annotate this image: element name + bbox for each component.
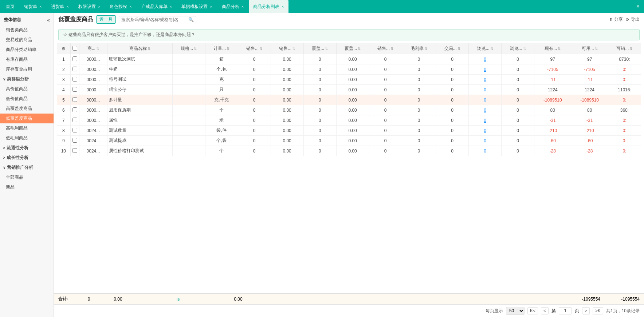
row-browse1[interactable]: 0 (469, 95, 502, 105)
sidebar-item-in-stock[interactable]: 有库存商品 (0, 55, 54, 64)
row-browse1[interactable]: 0 (469, 64, 502, 75)
row-checkbox[interactable] (70, 64, 79, 75)
share-button[interactable]: ⬆ 分享 (609, 16, 623, 23)
sidebar-item-traded-products[interactable]: 交易过的商品 (0, 35, 54, 45)
close-icon[interactable]: × (98, 4, 100, 9)
sidebar-item-high-margin[interactable]: 高毛利商品 (0, 123, 54, 133)
row-checkbox[interactable] (70, 75, 79, 85)
col-unit[interactable]: 计量...⇅ (205, 43, 238, 54)
page-input[interactable] (559, 307, 572, 314)
row-trade: 0 (436, 54, 469, 64)
close-icon[interactable]: × (39, 4, 42, 9)
row-num: 8 (57, 126, 70, 136)
sidebar-section-marketing[interactable]: ∨ 营销推广分析 (0, 163, 54, 173)
sidebar-item-low-coverage[interactable]: 低覆盖度商品 (0, 114, 54, 123)
sidebar-section-growth[interactable]: > 成长性分析 (0, 153, 54, 163)
close-icon[interactable]: × (242, 4, 244, 9)
row-checkbox[interactable] (70, 146, 79, 156)
col-browse1[interactable]: 浏览...⇅ (469, 43, 502, 54)
settings-icon[interactable]: ⚙ (62, 46, 66, 51)
row-browse1[interactable]: 0 (469, 54, 502, 64)
row-checkbox[interactable] (70, 136, 79, 146)
filter-button[interactable]: 近一月 (96, 15, 116, 24)
col-stock3[interactable]: 可销...⇅ (608, 43, 641, 54)
sidebar-item-high-coverage[interactable]: 高覆盖度商品 (0, 104, 54, 114)
col-cover2[interactable]: 覆盖...⇅ (336, 43, 369, 54)
prev-page-button[interactable]: < (541, 307, 549, 314)
last-page-button[interactable]: >K (593, 307, 603, 314)
row-gross-margin: 0 (402, 136, 436, 146)
row-browse1[interactable]: 0 (469, 115, 502, 126)
sidebar-item-new-products[interactable]: 新品 (0, 182, 54, 192)
row-stock3: 0: (608, 64, 641, 75)
row-checkbox[interactable] (70, 126, 79, 136)
row-checkbox[interactable] (70, 115, 79, 126)
row-browse1[interactable]: 0 (469, 75, 502, 85)
search-icon[interactable]: 🔍 (188, 17, 194, 22)
col-sales3[interactable]: 销售...⇅ (369, 43, 402, 54)
nav-template[interactable]: 单据模板设置 × (177, 0, 216, 13)
col-stock1[interactable]: 现有...⇅ (534, 43, 571, 54)
row-browse1[interactable]: 0 (469, 126, 502, 136)
nav-product-in[interactable]: 产成品入库单 × (137, 0, 176, 13)
next-page-button[interactable]: > (582, 307, 590, 314)
row-checkbox[interactable] (70, 85, 79, 95)
row-browse1[interactable]: 0 (469, 136, 502, 146)
sidebar-item-stock-capital[interactable]: 库存资金占用 (0, 64, 54, 74)
nav-role[interactable]: 角色授权 × (105, 0, 136, 13)
col-settings[interactable]: ⚙ (57, 43, 70, 54)
sidebar-collapse-button[interactable]: « (47, 17, 50, 23)
row-sales3: 0 (369, 64, 402, 75)
col-spec[interactable]: 规格...⇅ (172, 43, 205, 54)
row-checkbox[interactable] (70, 95, 79, 105)
export-icon: ⟳ (626, 17, 629, 22)
sidebar-item-all-products[interactable]: 全部商品 (0, 173, 54, 182)
page-size-select[interactable]: 50 100 (506, 307, 525, 315)
sidebar-item-high-value[interactable]: 高价值商品 (0, 84, 54, 94)
col-name[interactable]: 商品名称⇅ (107, 43, 172, 54)
row-checkbox[interactable] (70, 105, 79, 115)
select-all-checkbox[interactable] (72, 46, 77, 51)
row-trade: 0 (436, 126, 469, 136)
row-gross-margin: 0 (402, 54, 436, 64)
close-icon[interactable]: × (129, 4, 131, 9)
row-cover1: 0 (303, 105, 336, 115)
sidebar-item-low-margin[interactable]: 低毛利商品 (0, 133, 54, 143)
sidebar-item-category-turnover[interactable]: 商品分类动销率 (0, 45, 54, 55)
search-input[interactable] (121, 17, 187, 22)
col-sales1[interactable]: 销售...⇅ (238, 43, 271, 54)
close-all-button[interactable]: × (633, 3, 643, 10)
nav-product-analysis-list[interactable]: 商品分析列表 × (249, 0, 288, 13)
nav-product-analysis[interactable]: 商品分析 × (217, 0, 248, 13)
col-code[interactable]: 商...⇅ (79, 43, 107, 54)
close-icon[interactable]: × (170, 4, 172, 9)
first-page-button[interactable]: K< (527, 307, 538, 314)
close-icon[interactable]: × (210, 4, 212, 9)
row-sales3: 0 (369, 136, 402, 146)
export-button[interactable]: ⟳ 导出 (626, 16, 640, 23)
col-checkbox[interactable] (70, 43, 79, 54)
sidebar-item-low-value[interactable]: 低价值商品 (0, 94, 54, 104)
col-browse2[interactable]: 浏览...⇅ (502, 43, 534, 54)
row-checkbox[interactable] (70, 54, 79, 64)
col-trade[interactable]: 交易...⇅ (436, 43, 469, 54)
row-browse1[interactable]: 0 (469, 146, 502, 156)
nav-permissions[interactable]: 权限设置 × (74, 0, 105, 13)
row-browse1[interactable]: 0 (469, 85, 502, 95)
nav-sales[interactable]: 销货单 × (20, 0, 46, 13)
nav-home[interactable]: 首页 (1, 0, 19, 13)
table-row: 6 0000... 启用保质期 个 0 0.00 0 0.00 0 0 0 0 … (57, 105, 641, 115)
nav-purchase[interactable]: 进货单 × (47, 0, 73, 13)
row-browse1[interactable]: 0 (469, 105, 502, 115)
sidebar-section-liquidity[interactable]: > 流通性分析 (0, 143, 54, 153)
close-icon[interactable]: × (282, 4, 284, 9)
sidebar-section-category-analysis[interactable]: ∨ 类群里分析 (0, 74, 54, 84)
close-icon[interactable]: × (66, 4, 68, 9)
sidebar-item-sales-products[interactable]: 销售类商品 (0, 25, 54, 35)
col-cover1[interactable]: 覆盖...⇅ (303, 43, 336, 54)
col-gross-margin[interactable]: 毛利率⇅ (402, 43, 436, 54)
row-unit: 个,包 (205, 64, 238, 75)
col-stock2[interactable]: 可用...⇅ (571, 43, 608, 54)
col-sales2[interactable]: 销售...⇅ (271, 43, 303, 54)
table-area[interactable]: ⚙ 商...⇅ 商品名称⇅ 规格...⇅ 计量...⇅ 销售...⇅ 销售...… (54, 43, 644, 293)
